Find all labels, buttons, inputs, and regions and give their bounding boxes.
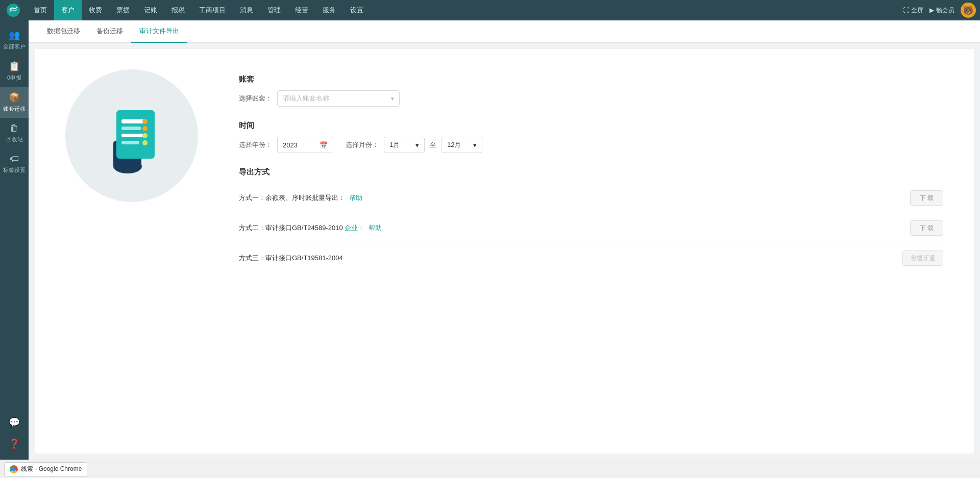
taskbar: 线索 - Google Chrome bbox=[0, 460, 980, 478]
account-migration-icon: 📦 bbox=[9, 92, 20, 103]
export-title: 导出方式 bbox=[239, 167, 943, 177]
sidebar-item-zero-declare[interactable]: 📋 0申报 bbox=[0, 56, 29, 87]
account-section: 账套 选择账套： 请输入账套名称 ▾ bbox=[239, 74, 943, 107]
nav-customers[interactable]: 客户 bbox=[54, 0, 82, 20]
content-area: 数据包迁移 备份迁移 审计文件导出 bbox=[29, 20, 980, 460]
method-2-company-link[interactable]: 企业： bbox=[345, 224, 364, 232]
vip-icon: ▶ bbox=[929, 7, 934, 14]
nav-message[interactable]: 消息 bbox=[233, 0, 260, 20]
export-method-3-text: 方式三：审计接口GB/T19581-2004 bbox=[239, 254, 343, 263]
form-area: 账套 选择账套： 请输入账套名称 ▾ 时间 选择年份： bbox=[239, 69, 943, 273]
sidebar-item-tag-settings[interactable]: 🏷 标签设置 bbox=[0, 148, 29, 179]
svg-rect-11 bbox=[121, 141, 139, 144]
sidebar-label-all-customers: 全部客户 bbox=[3, 43, 26, 51]
nav-business[interactable]: 工商项目 bbox=[192, 0, 233, 20]
logo bbox=[4, 1, 22, 19]
method-3-label: 方式三：审计接口GB/T19581-2004 bbox=[239, 254, 343, 262]
month-end-select[interactable]: 12月 ▾ bbox=[442, 137, 482, 153]
top-nav-right: ⛶ 全屏 ▶ 畅会员 🐻 bbox=[903, 3, 976, 18]
top-nav: 首页 客户 收费 票据 记账 报税 工商项目 消息 管理 经营 服务 设置 ⛶ … bbox=[0, 0, 980, 20]
sidebar-label-recycle: 回收站 bbox=[6, 136, 23, 143]
sidebar-label-account-migration: 账套迁移 bbox=[3, 105, 26, 113]
export-section: 导出方式 方式一：余额表、序时账批量导出： 帮助 下 载 方式二：审计接口GB/… bbox=[239, 167, 943, 273]
account-select[interactable]: 请输入账套名称 ▾ bbox=[277, 90, 400, 107]
fullscreen-icon: ⛶ bbox=[903, 7, 909, 14]
nav-home[interactable]: 首页 bbox=[27, 0, 54, 20]
sidebar-item-all-customers[interactable]: 👥 全部客户 bbox=[0, 24, 29, 56]
month-start-select[interactable]: 1月 ▾ bbox=[384, 137, 425, 153]
chevron-down-icon: ▾ bbox=[391, 95, 394, 102]
sidebar: 👥 全部客户 📋 0申报 📦 账套迁移 🗑 回收站 🏷 标签设置 💬 ❓ bbox=[0, 20, 29, 460]
export-method-1-text: 方式一：余额表、序时账批量导出： 帮助 bbox=[239, 193, 362, 203]
month-start-value: 1月 bbox=[389, 140, 400, 149]
time-row: 选择年份： 2023 📅 选择月份： 1月 ▾ 至 12月 bbox=[239, 137, 943, 153]
sidebar-bottom-icon2[interactable]: ❓ bbox=[0, 434, 29, 454]
month-end-chevron-icon: ▾ bbox=[473, 141, 477, 149]
sidebar-item-account-migration[interactable]: 📦 账套迁移 bbox=[0, 87, 29, 118]
month-label: 选择月份： bbox=[346, 140, 379, 149]
svg-point-14 bbox=[142, 133, 148, 138]
year-label: 选择年份： bbox=[239, 140, 272, 149]
tabs-bar: 数据包迁移 备份迁移 审计文件导出 bbox=[29, 20, 980, 43]
method-2-label: 方式二：审计接口GB/T24589-2010 bbox=[239, 224, 343, 232]
account-placeholder: 请输入账套名称 bbox=[283, 94, 329, 103]
svg-point-13 bbox=[142, 126, 148, 131]
account-label: 选择账套： bbox=[239, 94, 272, 103]
tab-data-migration[interactable]: 数据包迁移 bbox=[39, 20, 88, 43]
illustration bbox=[65, 69, 198, 202]
chrome-icon bbox=[10, 465, 18, 473]
vip-button[interactable]: ▶ 畅会员 bbox=[929, 6, 954, 15]
time-section: 时间 选择年份： 2023 📅 选择月份： 1月 ▾ 至 bbox=[239, 121, 943, 153]
method-1-help-link[interactable]: 帮助 bbox=[349, 194, 362, 202]
nav-tax[interactable]: 报税 bbox=[164, 0, 192, 20]
account-title: 账套 bbox=[239, 74, 943, 84]
method-1-download-button[interactable]: 下 载 bbox=[910, 190, 943, 206]
account-row: 选择账套： 请输入账套名称 ▾ bbox=[239, 90, 943, 107]
main-layout: 👥 全部客户 📋 0申报 📦 账套迁移 🗑 回收站 🏷 标签设置 💬 ❓ 数据包… bbox=[0, 20, 980, 460]
method-3-soon-button: 暂缓开通 bbox=[902, 250, 943, 266]
method-1-label: 方式一：余额表、序时账批量导出： bbox=[239, 194, 345, 202]
year-value: 2023 bbox=[283, 141, 298, 149]
method-2-download-button[interactable]: 下 载 bbox=[910, 220, 943, 236]
taskbar-chrome-label: 线索 - Google Chrome bbox=[21, 465, 82, 473]
all-customers-icon: 👥 bbox=[9, 30, 20, 41]
nav-operation[interactable]: 经营 bbox=[288, 0, 315, 20]
recycle-icon: 🗑 bbox=[10, 123, 19, 134]
nav-service[interactable]: 服务 bbox=[315, 0, 343, 20]
svg-rect-8 bbox=[121, 119, 144, 123]
export-method-2-text: 方式二：审计接口GB/T24589-2010 企业： 帮助 bbox=[239, 223, 382, 233]
range-separator: 至 bbox=[430, 140, 436, 149]
nav-invoice[interactable]: 票据 bbox=[109, 0, 137, 20]
sidebar-item-recycle[interactable]: 🗑 回收站 bbox=[0, 118, 29, 148]
export-method-2: 方式二：审计接口GB/T24589-2010 企业： 帮助 下 载 bbox=[239, 213, 943, 243]
month-start-chevron-icon: ▾ bbox=[415, 141, 419, 149]
sidebar-bottom: 💬 ❓ bbox=[0, 413, 29, 460]
sidebar-label-zero-declare: 0申报 bbox=[7, 74, 21, 82]
avatar[interactable]: 🐻 bbox=[961, 3, 976, 18]
export-method-3: 方式三：审计接口GB/T19581-2004 暂缓开通 bbox=[239, 243, 943, 273]
nav-manage[interactable]: 管理 bbox=[260, 0, 288, 20]
svg-rect-10 bbox=[121, 134, 143, 137]
page-content: 账套 选择账套： 请输入账套名称 ▾ 时间 选择年份： bbox=[35, 49, 974, 454]
nav-settings[interactable]: 设置 bbox=[343, 0, 371, 20]
time-title: 时间 bbox=[239, 121, 943, 131]
nav-items: 首页 客户 收费 票据 记账 报税 工商项目 消息 管理 经营 服务 设置 bbox=[27, 0, 903, 20]
nav-bookkeeping[interactable]: 记账 bbox=[137, 0, 164, 20]
sidebar-label-tag-settings: 标签设置 bbox=[3, 166, 26, 174]
fullscreen-button[interactable]: ⛶ 全屏 bbox=[903, 6, 923, 15]
zero-declare-icon: 📋 bbox=[9, 61, 20, 72]
svg-point-15 bbox=[142, 140, 148, 145]
tab-audit-export[interactable]: 审计文件导出 bbox=[131, 20, 187, 43]
export-method-1: 方式一：余额表、序时账批量导出： 帮助 下 载 bbox=[239, 183, 943, 213]
year-input[interactable]: 2023 📅 bbox=[277, 137, 333, 153]
svg-point-12 bbox=[142, 119, 148, 124]
calendar-icon: 📅 bbox=[320, 141, 328, 149]
taskbar-chrome[interactable]: 线索 - Google Chrome bbox=[4, 462, 87, 476]
svg-rect-9 bbox=[121, 127, 141, 130]
tab-backup-migration[interactable]: 备份迁移 bbox=[88, 20, 131, 43]
nav-billing[interactable]: 收费 bbox=[82, 0, 109, 20]
month-end-value: 12月 bbox=[447, 140, 461, 149]
tag-settings-icon: 🏷 bbox=[10, 154, 19, 164]
sidebar-bottom-icon1[interactable]: 💬 bbox=[0, 413, 29, 432]
method-2-help-link[interactable]: 帮助 bbox=[369, 224, 382, 232]
